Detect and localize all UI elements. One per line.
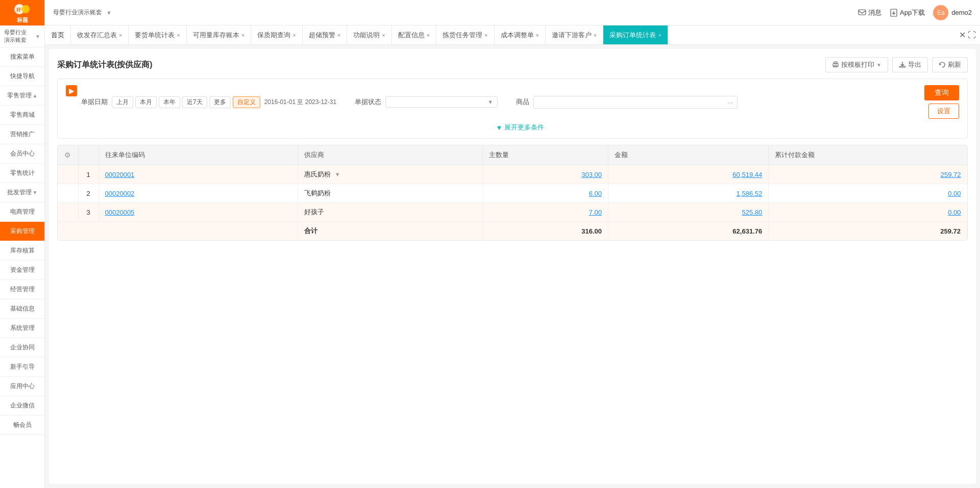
query-button[interactable]: 查询: [924, 85, 959, 100]
tab-close-icon-7[interactable]: ×: [427, 32, 430, 38]
row-1-supplier: 惠氏奶粉 ▼: [298, 165, 483, 184]
row-2-amount-link[interactable]: 1,586.52: [737, 190, 763, 197]
col-index: [78, 145, 99, 165]
avatar: Ea: [933, 5, 948, 20]
date-btn-last-month[interactable]: 上月: [112, 96, 133, 108]
tab-close-icon-3[interactable]: ×: [241, 32, 244, 38]
tab-invite-customer[interactable]: 邀请下游客户 ×: [546, 25, 603, 44]
product-input[interactable]: ···: [533, 96, 738, 109]
status-label: 单据状态: [355, 97, 381, 107]
expand-filter-button[interactable]: ▼ 展开更多条件: [496, 123, 545, 132]
date-btn-this-month[interactable]: 本月: [135, 96, 157, 108]
sidebar-item-purchase[interactable]: 采购管理: [0, 222, 44, 241]
sidebar-item-operation[interactable]: 经营管理: [0, 280, 44, 299]
tab-home[interactable]: 首页: [45, 25, 71, 44]
row-3-supplier: 好孩子: [298, 203, 483, 222]
tab-close-icon-4[interactable]: ×: [292, 32, 296, 38]
content-area: 采购订单统计表(按供应商) 按模板打印 ▼ 导出 刷新: [45, 45, 980, 488]
row-1-amount-link[interactable]: 60,519.44: [732, 171, 762, 178]
refresh-icon: [939, 61, 946, 68]
row-2-code-link[interactable]: 00020002: [105, 190, 135, 197]
sidebar-item-system[interactable]: 系统管理: [0, 319, 44, 338]
message-button[interactable]: 消息: [858, 8, 881, 17]
tab-overstock[interactable]: 超储预警 ×: [303, 25, 347, 44]
topbar: 母婴行业演示账套 ▼ 消息 App下载 Ea demo2: [45, 0, 980, 25]
app-icon: [890, 9, 898, 17]
tab-stock-summary[interactable]: 收发存汇总表 ×: [71, 25, 129, 44]
row-3-code-link[interactable]: 00020005: [105, 209, 135, 216]
sidebar-item-wechat[interactable]: 企业微信: [0, 396, 44, 416]
tab-order-stats[interactable]: 要货单统计表 ×: [129, 25, 186, 44]
status-select[interactable]: ▼: [385, 96, 498, 108]
sidebar-item-enterprise[interactable]: 企业协同: [0, 338, 44, 357]
tab-expiry-query[interactable]: 保质期查询 ×: [251, 25, 302, 44]
tab-maximize-button[interactable]: ⛶: [968, 31, 976, 40]
row-3-qty-link[interactable]: 7.00: [589, 209, 602, 216]
tab-cost-adjust[interactable]: 成本调整单 ×: [495, 25, 546, 44]
row-3-paid-link[interactable]: 0.00: [948, 209, 961, 216]
row-1-paid-link[interactable]: 259.72: [941, 171, 961, 178]
row-1-qty-link[interactable]: 303.00: [581, 171, 602, 178]
tab-pick-task[interactable]: 拣货任务管理 ×: [436, 25, 494, 44]
sidebar-item-newbie[interactable]: 新手引导: [0, 357, 44, 377]
sidebar-item-retail-mgmt[interactable]: 零售管理▲: [0, 86, 44, 106]
sidebar-item-retail-stats[interactable]: 零售统计: [0, 164, 44, 183]
tab-close-icon-9[interactable]: ×: [536, 32, 539, 38]
tab-close-icon[interactable]: ×: [119, 32, 122, 38]
tab-close-icon-2[interactable]: ×: [177, 32, 180, 38]
tab-purchase-order-stats[interactable]: 采购订单统计表 ×: [603, 25, 668, 44]
sidebar-item-member2[interactable]: 畅会员: [0, 416, 44, 435]
col-qty: 主数量: [483, 145, 608, 165]
user-menu[interactable]: Ea demo2: [933, 5, 972, 20]
supplier-arrow: ▼: [335, 171, 340, 177]
col-amount: 金额: [608, 145, 769, 165]
sidebar-item-wholesale[interactable]: 批发管理▼: [0, 183, 44, 202]
sidebar-item-retail-mall[interactable]: 零售商城: [0, 106, 44, 125]
tab-close-all-button[interactable]: ✕: [959, 30, 966, 40]
date-range-display: 2016-01-01 至 2023-12-31: [264, 98, 336, 107]
row-1-code-link[interactable]: 00020001: [105, 171, 135, 178]
row-2-amount: 1,586.52: [608, 184, 769, 203]
row-2-supplier: 飞鹤奶粉: [298, 184, 483, 203]
column-settings-icon[interactable]: ⚙: [64, 151, 71, 159]
sidebar-item-ecommerce[interactable]: 电商管理: [0, 202, 44, 222]
col-paid: 累计付款金额: [769, 145, 967, 165]
date-btn-custom[interactable]: 自定义: [233, 96, 260, 108]
sidebar-item-finance[interactable]: 资金管理: [0, 261, 44, 280]
toggle-filter-button[interactable]: ▶: [66, 85, 77, 96]
sidebar-item-basic-info[interactable]: 基础信息: [0, 299, 44, 319]
footer-qty: 316.00: [483, 222, 608, 241]
refresh-button[interactable]: 刷新: [932, 57, 968, 72]
sidebar-item-appstore[interactable]: 应用中心: [0, 377, 44, 396]
tab-close-icon-5[interactable]: ×: [337, 32, 340, 38]
tab-config[interactable]: 配置信息 ×: [392, 25, 436, 44]
tab-function-desc[interactable]: 功能说明 ×: [347, 25, 391, 44]
export-button[interactable]: 导出: [892, 57, 928, 72]
row-3-amount-link[interactable]: 525.80: [742, 209, 762, 216]
product-filter: 商品 ···: [516, 96, 916, 109]
expand-icon: ▼: [496, 124, 503, 132]
row-2-qty-link[interactable]: 6.00: [589, 190, 602, 197]
sidebar-item-marketing[interactable]: 营销推广: [0, 125, 44, 144]
sidebar-item-member[interactable]: 会员中心: [0, 144, 44, 164]
topbar-workspace: 母婴行业演示账套: [53, 8, 102, 17]
tab-close-icon-8[interactable]: ×: [484, 32, 487, 38]
sidebar-item-quicknav[interactable]: 快捷导航: [0, 67, 44, 86]
date-btn-this-year[interactable]: 本年: [159, 96, 180, 108]
app-download-button[interactable]: App下载: [890, 8, 925, 17]
date-btn-more[interactable]: 更多: [209, 96, 231, 108]
logo-icon: 好: [13, 2, 32, 16]
sidebar-item-inventory[interactable]: 库存核算: [0, 241, 44, 261]
row-2-paid-link[interactable]: 0.00: [948, 190, 961, 197]
sidebar-item-search[interactable]: 搜索菜单: [0, 47, 44, 67]
tab-close-icon-10[interactable]: ×: [594, 32, 597, 38]
template-print-button[interactable]: 按模板打印 ▼: [825, 57, 888, 72]
workspace-selector[interactable]: 母婴行业演示账套 ▼: [0, 25, 44, 47]
date-btn-7days[interactable]: 近7天: [182, 96, 207, 108]
settings-button[interactable]: 设置: [928, 104, 959, 119]
tab-close-icon-6[interactable]: ×: [382, 32, 385, 38]
status-select-arrow: ▼: [487, 99, 493, 105]
tab-close-icon-11[interactable]: ×: [658, 32, 661, 38]
tab-available-stock[interactable]: 可用量库存账本 ×: [187, 25, 251, 44]
query-actions: 查询 设置: [924, 85, 959, 119]
